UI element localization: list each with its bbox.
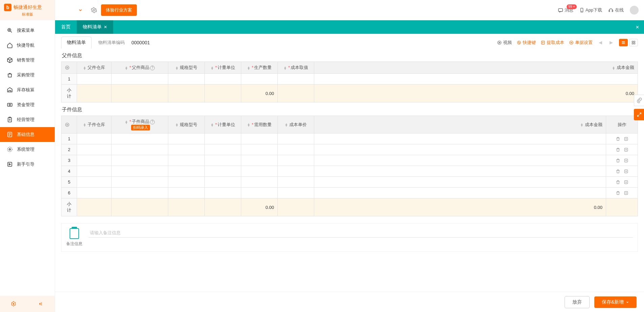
parent-col-unit[interactable]: ▲▼*计量单位 xyxy=(205,62,241,74)
video-link[interactable]: 视频 xyxy=(497,40,512,46)
sidebar-item-funds[interactable]: 资金管理 xyxy=(0,97,55,112)
child-col-product[interactable]: ▲▼*子件商品?扫码录入 xyxy=(112,116,168,134)
logo-area: b 畅捷通好生意 标准版 xyxy=(0,0,55,20)
table-row[interactable]: 5 xyxy=(61,177,638,188)
sidebar-item-search[interactable]: 搜索菜单 xyxy=(0,23,55,38)
parent-subtotal-row: 小计 0.00 0.00 xyxy=(61,85,638,102)
table-row[interactable]: 2 xyxy=(61,144,638,155)
view-list-button[interactable] xyxy=(619,39,628,46)
prev-bill-icon[interactable]: ◀ xyxy=(597,40,603,45)
child-table: ▲▼子件仓库 ▲▼*子件商品?扫码录入 ▲▼规格型号 ▲▼*计量单位 ▲▼*需用… xyxy=(61,116,638,216)
discard-button[interactable]: 放弃 xyxy=(565,296,590,308)
sort-icon: ▲▼ xyxy=(83,66,86,70)
toolbar-tab[interactable]: 物料清单 xyxy=(61,37,92,48)
table-row[interactable]: 1 xyxy=(61,134,638,144)
close-all-tabs[interactable]: ✕ xyxy=(630,25,644,30)
subtotal-label: 小计 xyxy=(61,198,77,216)
parent-col-amount[interactable]: ▲▼成本金额 xyxy=(314,62,638,74)
online-support-link[interactable]: 在线 xyxy=(608,7,624,13)
add-row-icon[interactable] xyxy=(624,180,628,185)
table-row[interactable]: 4 xyxy=(61,166,638,177)
delete-row-icon[interactable] xyxy=(616,191,620,195)
add-row-icon[interactable] xyxy=(624,169,628,174)
footer: 放弃 保存&新增 xyxy=(55,292,644,312)
sidebar-item-inventory[interactable]: 库存核算 xyxy=(0,82,55,97)
tab-bom[interactable]: 物料清单 ✕ xyxy=(77,20,113,34)
svg-point-13 xyxy=(581,11,582,11)
sidebar-item-label: 基础信息 xyxy=(17,131,34,138)
extract-cost-link[interactable]: 提取成本 xyxy=(541,40,564,46)
tab-label: 首页 xyxy=(61,24,71,30)
parent-col-cost-method[interactable]: ▲▼*成本取值 xyxy=(278,62,314,74)
scan-input-badge[interactable]: 扫码录入 xyxy=(131,125,150,130)
add-row-icon[interactable] xyxy=(624,158,628,163)
sidebar-footer xyxy=(0,296,55,312)
svg-rect-23 xyxy=(632,43,634,44)
collapse-icon[interactable] xyxy=(38,301,44,307)
child-col-unit[interactable]: ▲▼*计量单位 xyxy=(205,116,241,134)
experience-button[interactable]: 体验行业方案 xyxy=(101,4,137,16)
svg-rect-22 xyxy=(634,41,635,42)
help-icon[interactable]: ? xyxy=(150,120,155,124)
sidebar-item-guide[interactable]: 新手引导 xyxy=(0,157,55,172)
svg-rect-8 xyxy=(8,162,12,166)
sort-icon: ▲▼ xyxy=(175,123,179,126)
parent-table: ▲▼父件仓库 ▲▼*父件商品? ▲▼规格型号 ▲▼*计量单位 ▲▼*生产数量 ▲… xyxy=(61,62,638,102)
table-row[interactable]: 1 xyxy=(61,74,638,85)
org-selector[interactable] xyxy=(60,6,87,15)
parent-col-spec[interactable]: ▲▼规格型号 xyxy=(168,62,205,74)
sidebar-item-sales[interactable]: 销售管理 xyxy=(0,53,55,68)
svg-point-16 xyxy=(498,41,501,44)
attachment-floater[interactable] xyxy=(634,95,644,106)
content: 父件信息 ▲▼父件仓库 ▲▼*父件商品? ▲▼规格型号 ▲▼*计量单位 ▲▼*生… xyxy=(55,48,644,292)
child-col-qty[interactable]: ▲▼*需用数量 xyxy=(241,116,278,134)
child-subtotal-amount: 0.00 xyxy=(314,198,606,216)
tab-home[interactable]: 首页 xyxy=(55,20,77,34)
child-col-amount[interactable]: ▲▼成本金额 xyxy=(314,116,606,134)
close-icon[interactable]: ✕ xyxy=(104,25,107,29)
remarks-input[interactable] xyxy=(89,228,633,238)
sidebar-item-system[interactable]: 系统管理 xyxy=(0,142,55,157)
sidebar-item-manage[interactable]: 经营管理 xyxy=(0,112,55,127)
delete-row-icon[interactable] xyxy=(616,158,620,163)
add-row-icon[interactable] xyxy=(624,137,628,141)
messages-link[interactable]: 消息 99 + xyxy=(558,7,573,13)
add-row-icon[interactable] xyxy=(624,147,628,152)
parent-col-qty[interactable]: ▲▼*生产数量 xyxy=(241,62,278,74)
help-icon[interactable]: ? xyxy=(150,66,155,70)
delete-row-icon[interactable] xyxy=(616,147,620,152)
add-row-icon[interactable] xyxy=(624,191,628,195)
table-row[interactable]: 6 xyxy=(61,188,638,198)
settings-icon[interactable] xyxy=(10,301,17,307)
delete-row-icon[interactable] xyxy=(616,169,620,174)
svg-rect-24 xyxy=(634,43,635,44)
chevron-down-icon xyxy=(78,8,83,13)
next-bill-icon[interactable]: ▶ xyxy=(608,40,614,45)
column-config-icon[interactable] xyxy=(61,62,77,74)
expand-floater[interactable] xyxy=(634,109,644,120)
shortcut-link[interactable]: 快捷键 xyxy=(517,40,536,46)
column-config-icon[interactable] xyxy=(61,116,77,134)
save-new-button[interactable]: 保存&新增 xyxy=(594,296,637,308)
child-col-unit-cost[interactable]: ▲▼成本单价 xyxy=(278,116,314,134)
sort-icon: ▲▼ xyxy=(580,123,584,126)
delete-row-icon[interactable] xyxy=(616,137,620,141)
delete-row-icon[interactable] xyxy=(616,180,620,185)
bill-settings-link[interactable]: 单据设置 xyxy=(569,40,593,46)
table-row[interactable]: 3 xyxy=(61,155,638,166)
svg-point-26 xyxy=(66,66,69,70)
sidebar-item-purchase[interactable]: 采购管理 xyxy=(0,68,55,82)
child-col-spec[interactable]: ▲▼规格型号 xyxy=(168,116,205,134)
view-grid-button[interactable] xyxy=(629,39,638,46)
app-download-link[interactable]: App下载 xyxy=(579,7,602,13)
bill-code-value: 0000001 xyxy=(131,40,150,45)
parent-col-product[interactable]: ▲▼*父件商品? xyxy=(112,62,168,74)
sidebar-item-quicknav[interactable]: 快捷导航 xyxy=(0,38,55,53)
header-gear-icon[interactable] xyxy=(91,7,97,13)
parent-subtotal-amount: 0.00 xyxy=(314,85,638,102)
user-avatar[interactable] xyxy=(630,6,639,15)
row-index: 5 xyxy=(61,177,77,188)
child-col-warehouse[interactable]: ▲▼子件仓库 xyxy=(77,116,112,134)
sidebar-item-basic[interactable]: 基础信息 xyxy=(0,127,55,142)
parent-col-warehouse[interactable]: ▲▼父件仓库 xyxy=(77,62,112,74)
